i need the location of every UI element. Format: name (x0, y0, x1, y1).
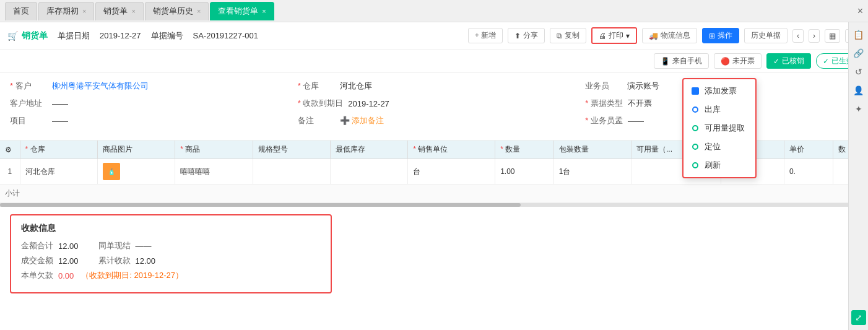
warehouse-label: 仓库 (298, 80, 335, 92)
sidebar-icon-3[interactable]: ↺ (851, 64, 866, 79)
next-button[interactable]: › (809, 29, 820, 43)
sidebar-icon-1[interactable]: 📋 (851, 27, 866, 42)
new-button[interactable]: + 新增 (468, 28, 503, 43)
grid-view-button[interactable]: ▦ (825, 29, 840, 43)
main-content: 🛒 销货单 单据日期 2019-12-27 单据编号 SA-20191227-0… (0, 22, 868, 330)
settlement-label: 同单现结 (98, 240, 131, 251)
effect-icon: ✓ (823, 57, 829, 66)
sales-staff-value: —— (628, 116, 644, 126)
subtotal-cell: 小计 (0, 185, 868, 203)
payment-row-1: 金额合计 12.00 同单现结 —— (21, 240, 321, 251)
cumulative-item: 累计收款 12.00 (98, 255, 156, 266)
number-value: SA-20191227-001 (193, 31, 259, 40)
history-button[interactable]: 历史单据 (744, 28, 788, 43)
logistics-button[interactable]: 🚚 物流信息 (642, 28, 697, 43)
payment-title: 收款信息 (21, 223, 321, 234)
date-value: 2019-12-27 (100, 31, 141, 40)
col-warehouse: * 仓库 (20, 141, 97, 159)
tab-history-close[interactable]: × (197, 7, 201, 15)
horizontal-scrollbar[interactable] (0, 203, 868, 207)
doc-header: 🛒 销货单 单据日期 2019-12-27 单据编号 SA-20191227-0… (0, 22, 868, 50)
row-spec (253, 159, 330, 185)
tab-view-sale[interactable]: 查看销货单 × (210, 2, 274, 20)
share-button[interactable]: ⬆ 分享 (508, 28, 545, 43)
print-button[interactable]: 🖨 打印 ▾ (591, 27, 637, 44)
tab-sale[interactable]: 销货单 × (95, 2, 143, 20)
tab-inventory-close[interactable]: × (82, 7, 86, 15)
row-product: 嘻嘻嘻嘻 (175, 159, 253, 185)
note-label: 备注 (298, 115, 335, 126)
owed-value: 0.00 (58, 271, 74, 280)
check-icon: ✓ (773, 57, 779, 66)
col-unit: * 销售单位 (408, 141, 495, 159)
row-image: 🧴 (97, 159, 175, 185)
ticket-type-label: 票据类型 (585, 98, 623, 109)
available-extract-icon (691, 124, 700, 132)
window-close-button[interactable]: × (857, 6, 863, 17)
sidebar-icon-expand[interactable]: ⤢ (851, 310, 866, 325)
tab-sale-close[interactable]: × (131, 7, 135, 15)
project-label: 项目 (10, 115, 47, 126)
customer-value[interactable]: 柳州粤港平安气体有限公司 (52, 80, 149, 92)
row-min-stock (330, 159, 407, 185)
deal-amount-value: 12.00 (58, 256, 79, 266)
copy-button[interactable]: ⧉ 复制 (550, 28, 586, 43)
operate-button[interactable]: ⊞ 操作 (702, 28, 739, 43)
prev-button[interactable]: ‹ (792, 29, 804, 43)
print-icon: 🖨 (599, 32, 606, 40)
note-field: 备注 ➕ 添加备注 (298, 115, 571, 126)
deal-amount-label: 成交金额 (21, 255, 53, 266)
settlement-item: 同单现结 —— (98, 240, 152, 251)
customer-label: 客户 (10, 80, 47, 92)
dropdown-available-extract[interactable]: 可用量提取 (684, 119, 755, 137)
grid-view-icon: ▦ (829, 32, 836, 40)
col-settings[interactable]: ⚙ (0, 141, 20, 159)
row-unit: 台 (408, 159, 495, 185)
date-label: 单据日期 (58, 30, 90, 41)
logistics-icon: 🚚 (649, 32, 658, 40)
tab-inventory-label: 库存期初 (46, 6, 79, 17)
from-phone-button[interactable]: 📱 来自手机 (654, 53, 709, 69)
dropdown-refresh[interactable]: 刷新 (684, 156, 755, 175)
doc-meta: 单据日期 2019-12-27 单据编号 SA-20191227-001 (58, 30, 258, 41)
subtotal-row: 小计 (0, 185, 868, 203)
phone-icon: 📱 (661, 57, 670, 66)
tab-home[interactable]: 首页 (5, 2, 37, 20)
sidebar-icon-2[interactable]: 🔗 (851, 46, 866, 61)
copy-icon: ⧉ (557, 32, 562, 40)
sidebar-icon-5[interactable]: ✦ (851, 102, 866, 116)
dropdown-outbound[interactable]: 出库 (684, 100, 755, 119)
deal-amount-item: 成交金额 12.00 (21, 255, 79, 266)
col-spec: 规格型号 (253, 141, 330, 159)
share-icon: ⬆ (514, 32, 521, 40)
staff-label: 业务员 (585, 80, 622, 92)
row-price: 0. (784, 159, 833, 185)
ticket-icon: 🔴 (721, 57, 730, 66)
settlement-value: —— (136, 241, 152, 251)
sidebar-icon-4[interactable]: 👤 (851, 83, 866, 98)
address-value: —— (52, 99, 68, 108)
tab-history[interactable]: 销货单历史 × (145, 2, 209, 20)
col-image: 商品图片 (97, 141, 175, 159)
amount-item: 金额合计 12.00 (21, 240, 79, 251)
check-button[interactable]: ✓ 已核销 (766, 53, 811, 69)
tab-view-sale-close[interactable]: × (262, 7, 266, 15)
col-product: * 商品 (175, 141, 253, 159)
add-note-icon: ➕ (340, 116, 350, 125)
location-icon (691, 142, 700, 151)
sales-staff-label: 业务员孟 (585, 115, 623, 126)
dropdown-add-invoice[interactable]: 添加发票 (684, 82, 755, 100)
dropdown-location[interactable]: 定位 (684, 137, 755, 156)
toolbar: + 新增 ⬆ 分享 ⧉ 复制 🖨 打印 ▾ 🚚 物流信息 (468, 27, 861, 44)
customer-field: 客户 柳州粤港平安气体有限公司 (10, 80, 283, 92)
tab-inventory[interactable]: 库存期初 × (38, 2, 94, 20)
amount-value: 12.00 (58, 241, 79, 251)
product-image: 🧴 (103, 163, 120, 180)
scroll-thumb (0, 203, 521, 207)
amount-label: 金额合计 (21, 240, 53, 251)
add-note-button[interactable]: ➕ 添加备注 (340, 115, 384, 126)
project-field: 项目 —— (10, 115, 283, 126)
tab-home-label: 首页 (13, 6, 29, 17)
not-open-ticket-button[interactable]: 🔴 未开票 (714, 53, 762, 69)
doc-title-text: 销货单 (22, 30, 48, 41)
